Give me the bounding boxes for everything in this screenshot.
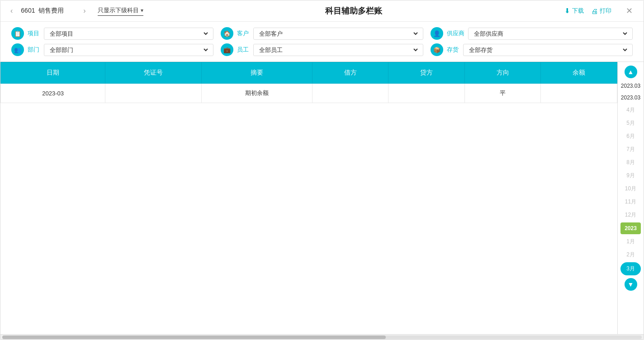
supplier-label: 供应商 — [447, 29, 464, 38]
timeline-item-1[interactable]: 1月 — [618, 235, 644, 248]
top-bar: ‹ 6601 销售费用 › 只显示下级科目 ▾ 科目辅助多栏账 ⬇ 下载 🖨 打… — [0, 0, 644, 22]
cell-credit — [388, 84, 464, 103]
scroll-thumb — [2, 335, 386, 339]
print-button[interactable]: 🖨 打印 — [591, 7, 611, 15]
table-wrapper: 日期 凭证号 摘要 借方 贷方 方向 余额 2023-03期初余额平 ▲ 202… — [0, 62, 644, 334]
col-summary: 摘要 — [202, 62, 313, 84]
col-balance: 余额 — [541, 62, 617, 84]
supplier-icon: 👤 — [431, 27, 443, 40]
project-label: 项目 — [28, 29, 40, 38]
supplier-select-wrapper[interactable]: 全部供应商 — [468, 28, 633, 40]
timeline-item-12[interactable]: 12月 — [618, 208, 644, 222]
timeline-down-button[interactable]: ▼ — [625, 278, 637, 291]
customer-select-wrapper[interactable]: 全部客户 — [253, 28, 423, 40]
cell-voucher — [105, 84, 202, 103]
customer-icon: 🏠 — [221, 27, 233, 40]
inventory-select-wrapper[interactable]: 全部存货 — [463, 44, 633, 56]
timeline-up-button[interactable]: ▲ — [625, 66, 637, 78]
timeline-year-2023[interactable]: 2023 — [620, 222, 641, 234]
timeline-sidebar: ▲ 2023.03 2023.03 4月 5月 6月 7月 8月 9月 10月 … — [617, 62, 644, 334]
table-row: 2023-03期初余额平 — [1, 84, 617, 103]
employee-label: 员工 — [237, 46, 250, 54]
customer-label: 客户 — [237, 29, 250, 38]
col-date: 日期 — [1, 62, 105, 84]
employee-icon: 💼 — [221, 43, 233, 56]
table-scroll[interactable]: 日期 凭证号 摘要 借方 贷方 方向 余额 2023-03期初余额平 — [0, 62, 617, 334]
employee-select[interactable]: 全部员工 — [257, 46, 419, 54]
bottom-scrollbar[interactable] — [0, 334, 644, 340]
supplier-select[interactable]: 全部供应商 — [472, 30, 629, 38]
timeline-item-2[interactable]: 2月 — [618, 248, 644, 261]
timeline-item-7[interactable]: 7月 — [618, 143, 644, 156]
timeline-item-9[interactable]: 9月 — [618, 169, 644, 182]
timeline-item-2023-03-second[interactable]: 2023.03 — [618, 92, 644, 104]
cell-debit — [312, 84, 388, 103]
ledger-table: 日期 凭证号 摘要 借方 贷方 方向 余额 2023-03期初余额平 — [0, 62, 617, 103]
account-code: 6601 — [21, 7, 35, 14]
filter-supplier: 👤 供应商 全部供应商 — [427, 25, 636, 42]
timeline-item-3-active[interactable]: 3月 — [620, 262, 641, 275]
customer-select[interactable]: 全部客户 — [257, 30, 419, 38]
print-label: 打印 — [600, 7, 611, 15]
show-sub-arrow-icon: ▾ — [141, 7, 143, 14]
inventory-icon: 📦 — [431, 43, 443, 56]
cell-balance — [541, 84, 617, 103]
main-modal: ‹ 6601 销售费用 › 只显示下级科目 ▾ 科目辅助多栏账 ⬇ 下载 🖨 打… — [0, 0, 644, 340]
filter-inventory: 📦 存货 全部存货 — [427, 42, 636, 58]
dept-label: 部门 — [28, 46, 40, 54]
col-direction: 方向 — [464, 62, 540, 84]
timeline-item-11[interactable]: 11月 — [618, 195, 644, 208]
timeline-item-4[interactable]: 4月 — [618, 104, 644, 117]
project-select-wrapper[interactable]: 全部项目 — [44, 28, 213, 40]
project-select[interactable]: 全部项目 — [48, 30, 209, 38]
filter-area: 📋 项目 全部项目 🏠 客户 全部客户 👤 供应商 全部供应商 — [0, 22, 644, 62]
show-sub-toggle[interactable]: 只显示下级科目 ▾ — [98, 6, 143, 16]
print-icon: 🖨 — [591, 7, 598, 15]
col-credit: 贷方 — [388, 62, 464, 84]
timeline-item-6[interactable]: 6月 — [618, 130, 644, 143]
filter-customer: 🏠 客户 全部客户 — [217, 25, 426, 42]
dept-icon: 👥 — [11, 43, 24, 56]
timeline-item-10[interactable]: 10月 — [618, 182, 644, 195]
filter-employee: 💼 员工 全部员工 — [217, 42, 426, 58]
prev-account-btn[interactable]: ‹ — [8, 6, 15, 16]
col-debit: 借方 — [312, 62, 388, 84]
inventory-label: 存货 — [447, 46, 459, 54]
download-button[interactable]: ⬇ 下载 — [564, 7, 584, 15]
next-account-btn[interactable]: › — [80, 6, 88, 16]
filter-dept: 👥 部门 全部部门 — [8, 42, 217, 58]
employee-select-wrapper[interactable]: 全部员工 — [253, 44, 423, 56]
account-name: 销售费用 — [38, 7, 64, 14]
cell-summary: 期初余额 — [202, 84, 313, 103]
download-icon: ⬇ — [564, 7, 570, 15]
download-label: 下载 — [572, 7, 584, 15]
project-icon: 📋 — [11, 27, 24, 40]
scroll-track[interactable] — [2, 335, 642, 339]
inventory-select[interactable]: 全部存货 — [467, 46, 629, 54]
cell-direction: 平 — [464, 84, 540, 103]
filter-project: 📋 项目 全部项目 — [8, 25, 217, 42]
account-tag: 6601 销售费用 — [21, 7, 75, 15]
toolbar-right: ⬇ 下载 🖨 打印 ✕ — [564, 5, 636, 17]
timeline-item-8[interactable]: 8月 — [618, 156, 644, 169]
dept-select-wrapper[interactable]: 全部部门 — [44, 44, 213, 56]
show-sub-label: 只显示下级科目 — [98, 6, 139, 14]
timeline-item-5[interactable]: 5月 — [618, 117, 644, 130]
page-title: 科目辅助多栏账 — [149, 5, 559, 16]
col-voucher: 凭证号 — [105, 62, 202, 84]
timeline-item-2023-03-top[interactable]: 2023.03 — [618, 80, 644, 92]
close-button[interactable]: ✕ — [622, 5, 636, 17]
cell-date: 2023-03 — [1, 84, 105, 103]
dept-select[interactable]: 全部部门 — [48, 46, 209, 54]
